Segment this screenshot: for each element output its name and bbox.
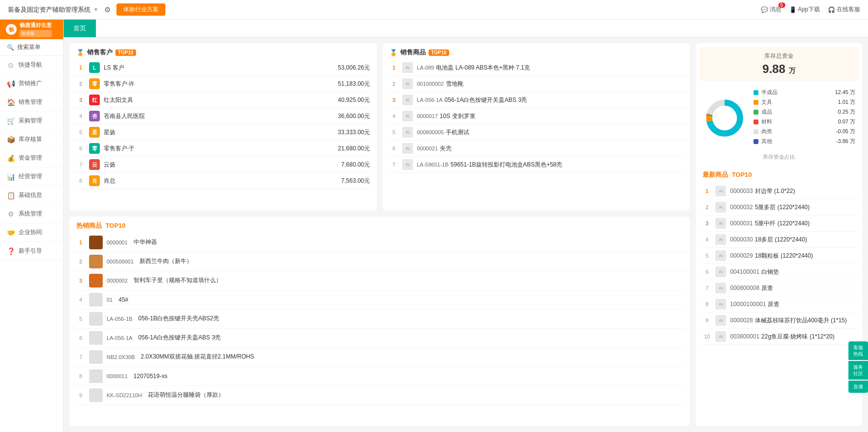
legend-color [754, 139, 758, 144]
sidebar-item-enterprise[interactable]: 🤝 企业协同 [0, 223, 63, 242]
product-icon: Ai [402, 62, 413, 73]
legend-color [754, 110, 758, 115]
product-thumbnail [89, 236, 103, 249]
sidebar-item-quicknav[interactable]: ⊙ 快捷导航 [0, 56, 63, 74]
search-menu-btn[interactable]: 🔍 搜索菜单 [0, 39, 63, 56]
main-content: 首页 🏅 销售客户 TOP10 1 L LS 客户 53,006.26元 [64, 20, 868, 432]
app-download-btn[interactable]: 📱 App下载 [789, 5, 820, 14]
sidebar-item-marketing[interactable]: 📢 营销推广 [0, 74, 63, 93]
list-item: 4 01 45# [73, 290, 686, 310]
legend-item: 文具 1.01 万 [754, 98, 855, 106]
product-icon: Ai [402, 95, 413, 105]
inventory-legend: 半成品 12.45 万 文具 1.01 万 成品 0.25 万 [754, 89, 855, 147]
handshake-icon: 🤝 [7, 229, 15, 237]
gear-icon: ⚙ [7, 210, 15, 218]
inventory-footer: 库存资金占比 [696, 151, 862, 165]
hot-products-panel: 热销商品 TOP10 1 0000001 中华神器 2 000500001 新西… [69, 216, 690, 427]
sidebar-item-purchase[interactable]: 🛒 采购管理 [0, 112, 63, 130]
logo-area: 畅 畅捷通好生意 标准版 [0, 20, 63, 39]
sidebar-item-basic-info[interactable]: 📋 基础信息 [0, 186, 63, 205]
service-community-btn[interactable]: 服务 社区 [848, 361, 868, 380]
product-thumbnail [89, 255, 103, 268]
app-selector[interactable]: 装备及固定资产辅助管理系统 ▼ [8, 5, 98, 14]
sidebar-item-system[interactable]: ⚙ 系统管理 [0, 205, 63, 223]
product-icon: Ai [715, 283, 726, 293]
trial-button[interactable]: 体验行业方案 [116, 3, 165, 16]
table-row: 7 Ai 000800008原查 [700, 280, 858, 296]
message-btn[interactable]: 💬 消息 6 [761, 5, 781, 14]
inventory-panel: 库存总资金 9.88 万 [696, 43, 862, 426]
avatar: 云 [89, 159, 100, 170]
legend-item: 其他 -3.86 万 [754, 138, 855, 145]
sidebar-item-sales[interactable]: 🏠 销售管理 [0, 93, 63, 112]
table-row: 2 Ai 00000325厘多层 (1220*2440) [700, 199, 858, 216]
list-item: 9 KK-SD22110H 花语萌恒温分腿睡袋（厚款） [73, 386, 686, 405]
legend-item: 成品 0.25 万 [754, 108, 855, 116]
product-thumbnail [89, 350, 103, 364]
list-item: 5 LA-056-1B 056-1B白色按键开关壳ABS2壳 [73, 310, 686, 329]
list-item: 6 LA-056-1A 056-1A白色按键开关盖ABS 3壳 [73, 329, 686, 348]
home-icon: ⊙ [7, 61, 15, 69]
app-icon: 📱 [789, 6, 797, 13]
chart-icon: 📊 [7, 173, 15, 181]
customer-service-hotline-btn[interactable]: 客服 热线 [848, 341, 868, 360]
app-name: 装备及固定资产辅助管理系统 [8, 5, 91, 14]
page-tabs: 首页 [64, 20, 868, 37]
new-products-title: 最新商品 TOP10 [700, 168, 858, 183]
online-service-btn[interactable]: 🎧 在线客服 [828, 5, 860, 14]
table-row: 4 杏 苍南县人民医院 36,600.00元 [73, 108, 373, 124]
inventory-total-value: 9.88 万 [707, 62, 851, 76]
list-item: 8 0000011 12070519-xs [73, 367, 686, 386]
product-thumbnail [89, 331, 103, 345]
settings-button[interactable]: ⚙ [104, 5, 111, 14]
chevron-down-icon: ▼ [93, 7, 98, 12]
sidebar-item-finance[interactable]: 💰 资金管理 [0, 149, 63, 168]
message-icon: 💬 [761, 6, 768, 13]
header-right: 💬 消息 6 📱 App下载 🎧 在线客服 [761, 5, 860, 14]
sidebar-item-operations[interactable]: 📊 经营管理 [0, 168, 63, 186]
product-icon: Ai [402, 78, 413, 89]
product-icon: Ai [715, 202, 726, 213]
product-thumbnail [89, 369, 103, 383]
list-item: 7 NB2.0X30B 2.0X30MM双搓花轴.搓花直径2.1MM/ROHS [73, 348, 686, 367]
inventory-total-section: 库存总资金 9.88 万 [700, 47, 858, 81]
legend-item: 半成品 12.45 万 [754, 89, 855, 96]
sidebar: 畅 畅捷通好生意 标准版 🔍 搜索菜单 ⊙ 快捷导航 📢 营销推广 🏠 销售管理… [0, 20, 64, 432]
products-top-badge: TOP10 [429, 49, 449, 56]
live-broadcast-btn[interactable]: 直播 [848, 381, 868, 393]
sidebar-item-inventory[interactable]: 📦 库存核算 [0, 130, 63, 149]
customers-panel-header: 🏅 销售客户 TOP10 [69, 43, 377, 60]
product-icon: Ai [402, 159, 413, 170]
legend-color [754, 120, 758, 124]
donut-section: 半成品 12.45 万 文具 1.01 万 成品 0.25 万 [696, 85, 862, 151]
legend-item: 肉类 -0.05 万 [754, 128, 855, 135]
tab-home[interactable]: 首页 [64, 20, 96, 37]
sales-icon: 🏠 [7, 98, 15, 106]
cart-icon: 🛒 [7, 117, 15, 125]
products-rank-list: 1 Ai LA-089电池盖 LA-089 ABS本色+黑种 7.1克 2 Ai… [383, 60, 690, 177]
customers-rank-list: 1 L LS 客户 53,006.26元 2 零 零售客户·许 51,183.0… [69, 60, 377, 193]
table-row: 8 Ai 10000100001原查 [700, 296, 858, 312]
avatar: 肖 [89, 175, 100, 186]
table-row: 10 Ai 00380000122g鱼豆腐·烧烤味 (1*12*20) [700, 329, 858, 345]
new-products-section: 最新商品 TOP10 1 Ai 0000033封边带 (1.0*22) 2 Ai… [696, 165, 862, 349]
question-icon: ❓ [7, 247, 15, 255]
avatar: 红 [89, 95, 100, 105]
product-thumbnail [89, 388, 103, 402]
avatar: 零 [89, 78, 100, 89]
table-row: 5 Ai 000002918颗粒板 (1220*2440) [700, 248, 858, 264]
legend-color [754, 129, 758, 134]
hot-products-list: 1 0000001 中华神器 2 000500001 新西兰牛肉（新牛） 3 [69, 233, 690, 409]
product-icon: Ai [715, 299, 726, 310]
inventory-donut-chart [703, 96, 747, 140]
table-row: 2 Ai 001000002雪地靴 [387, 76, 686, 92]
medal-icon: 🏅 [389, 49, 397, 56]
sidebar-item-guide[interactable]: ❓ 新手引导 [0, 242, 63, 261]
product-thumbnail [89, 274, 103, 288]
layout: 畅 畅捷通好生意 标准版 🔍 搜索菜单 ⊙ 快捷导航 📢 营销推广 🏠 销售管理… [0, 20, 868, 432]
customers-panel: 🏅 销售客户 TOP10 1 L LS 客户 53,006.26元 2 零 零售… [69, 43, 377, 211]
hot-products-title: 热销商品 TOP10 [69, 216, 690, 233]
table-row: 6 Ai 0000021夹壳 [387, 141, 686, 157]
table-row: 2 零 零售客户·许 51,183.00元 [73, 76, 373, 92]
avatar: L [89, 62, 100, 73]
